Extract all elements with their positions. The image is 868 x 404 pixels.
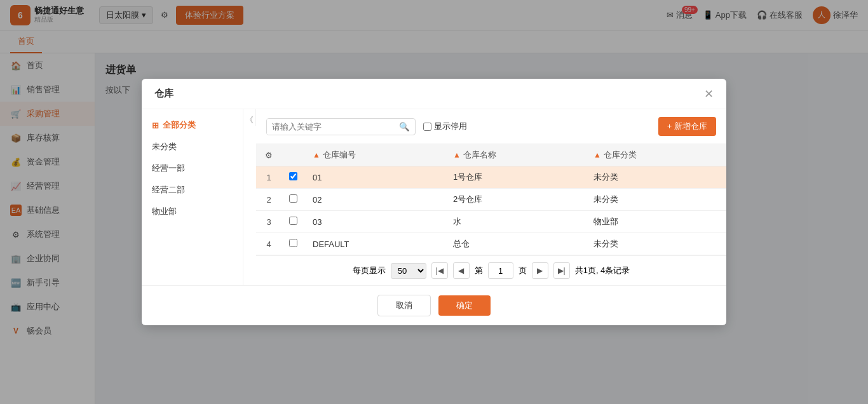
row-checkbox-cell[interactable] (281, 233, 305, 255)
row-checkbox-cell[interactable] (281, 189, 305, 211)
category-unclassified[interactable]: 未分类 (142, 136, 243, 158)
page-suffix: 页 (519, 265, 527, 276)
table-row[interactable]: 1 01 1号仓库 未分类 (256, 166, 726, 189)
row-name: 水 (445, 211, 586, 233)
row-checkbox[interactable] (289, 172, 297, 180)
modal-toolbar: 🔍 显示停用 + 新增仓库 (256, 109, 726, 144)
show-disabled-label[interactable]: 显示停用 (423, 121, 467, 132)
row-category: 未分类 (586, 166, 726, 189)
col-name: ▲ 仓库名称 (445, 144, 586, 166)
category-all[interactable]: ⊞ 全部分类 (142, 114, 243, 136)
search-button[interactable]: 🔍 (394, 119, 415, 134)
col-category: ▲ 仓库分类 (586, 144, 726, 166)
modal-overlay: 仓库 ✕ ⊞ 全部分类 未分类 经营一部 经营二部 (0, 0, 868, 404)
row-name: 2号仓库 (445, 189, 586, 211)
row-num: 2 (256, 189, 281, 211)
prev-page-button[interactable]: ◀ (453, 262, 470, 279)
row-code: 02 (305, 189, 445, 211)
show-disabled-checkbox[interactable] (423, 123, 431, 131)
modal-header: 仓库 ✕ (142, 79, 726, 109)
col-checkbox (281, 144, 305, 166)
table-row[interactable]: 4 DEFAULT 总仓 未分类 (256, 233, 726, 255)
sort-icon2: ▲ (453, 151, 461, 159)
total-info: 共1页, 4条记录 (575, 265, 630, 276)
row-category: 物业部 (586, 211, 726, 233)
row-checkbox[interactable] (289, 239, 297, 247)
row-code: 01 (305, 166, 445, 189)
row-name: 总仓 (445, 233, 586, 255)
sidebar-collapse-button[interactable]: 《 (243, 109, 256, 126)
row-checkbox-cell[interactable] (281, 166, 305, 189)
current-page-input[interactable] (488, 262, 513, 279)
category-property[interactable]: 物业部 (142, 201, 243, 222)
modal-title: 仓库 (154, 88, 173, 100)
modal-main-content: 🔍 显示停用 + 新增仓库 ⚙ (256, 109, 726, 285)
warehouse-table: ⚙ ▲ 仓库编号 ▲ (256, 144, 726, 255)
confirm-button[interactable]: 确定 (438, 295, 491, 316)
col-settings: ⚙ (256, 144, 281, 166)
warehouse-modal: 仓库 ✕ ⊞ 全部分类 未分类 经营一部 经营二部 (142, 79, 726, 325)
table-row[interactable]: 3 03 水 物业部 (256, 211, 726, 233)
row-num: 3 (256, 211, 281, 233)
category-ops1[interactable]: 经营一部 (142, 158, 243, 179)
row-checkbox[interactable] (289, 194, 297, 203)
row-checkbox[interactable] (289, 217, 297, 225)
modal-close-button[interactable]: ✕ (704, 88, 714, 100)
col-code: ▲ 仓库编号 (305, 144, 445, 166)
sort-icon: ▲ (313, 151, 320, 159)
sort-icon3: ▲ (593, 151, 601, 159)
table-row[interactable]: 2 02 2号仓库 未分类 (256, 189, 726, 211)
next-page-button[interactable]: ▶ (532, 262, 548, 279)
warehouse-table-wrap: ⚙ ▲ 仓库编号 ▲ (256, 144, 726, 255)
per-page-label: 每页显示 (353, 265, 386, 276)
modal-body: ⊞ 全部分类 未分类 经营一部 经营二部 物业部 《 (142, 109, 726, 285)
per-page-select[interactable]: 50 100 (391, 263, 426, 279)
search-wrap: 🔍 (266, 118, 416, 135)
pagination-bar: 每页显示 50 100 |◀ ◀ 第 页 ▶ ▶| 共1页, 4条记录 (256, 255, 726, 285)
modal-category-sidebar: ⊞ 全部分类 未分类 经营一部 经营二部 物业部 (142, 109, 243, 285)
row-name: 1号仓库 (445, 166, 586, 189)
chevron-left-icon: 《 (245, 114, 254, 126)
category-ops2[interactable]: 经营二部 (142, 179, 243, 201)
first-page-button[interactable]: |◀ (431, 262, 448, 279)
search-input[interactable] (267, 119, 394, 135)
row-num: 4 (256, 233, 281, 255)
row-num: 1 (256, 166, 281, 189)
cancel-button[interactable]: 取消 (377, 295, 431, 316)
row-code: 03 (305, 211, 445, 233)
modal-actions: 取消 确定 (142, 285, 726, 325)
row-category: 未分类 (586, 233, 726, 255)
page-label: 第 (475, 265, 483, 276)
row-code: DEFAULT (305, 233, 445, 255)
last-page-button[interactable]: ▶| (553, 262, 570, 279)
table-header-row: ⚙ ▲ 仓库编号 ▲ (256, 144, 726, 166)
grid-icon: ⊞ (152, 121, 159, 130)
row-category: 未分类 (586, 189, 726, 211)
add-warehouse-button[interactable]: + 新增仓库 (658, 117, 716, 136)
row-checkbox-cell[interactable] (281, 211, 305, 233)
